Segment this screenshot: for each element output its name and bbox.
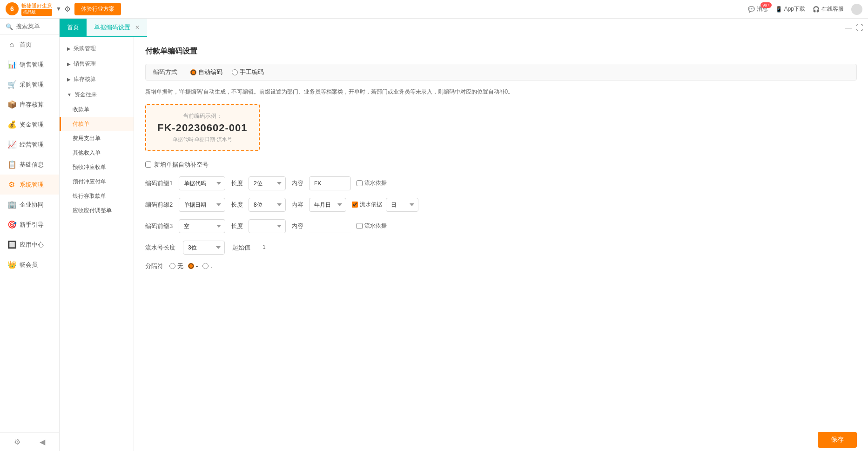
- app-download-button[interactable]: 📱 App下载: [775, 5, 805, 13]
- capital-arrow-icon: ▼: [67, 92, 72, 97]
- sidebar-item-purchase[interactable]: 🛒 采购管理: [0, 74, 59, 94]
- prefix3-label: 编码前缀3: [145, 222, 173, 230]
- operations-icon: 📈: [7, 140, 16, 149]
- sidebar-item-label: 经营管理: [20, 141, 44, 149]
- sidebar-item-finance[interactable]: 💰 资金管理: [0, 114, 59, 135]
- serial-length-select[interactable]: 3位 4位 5位 6位: [183, 241, 225, 255]
- sidebar-item-label: 新手引导: [20, 221, 44, 229]
- sidebar-item-label: 企业协同: [20, 201, 44, 209]
- sep-dash-option[interactable]: -: [188, 263, 198, 269]
- sep-dash-radio[interactable]: [188, 263, 194, 269]
- sidebar-item-label: 采购管理: [20, 81, 44, 89]
- sub-header-sales[interactable]: ▶ 销售管理: [60, 56, 134, 72]
- prefix3-length-select[interactable]: [249, 219, 286, 233]
- search-menu[interactable]: 🔍 搜索菜单: [0, 19, 59, 35]
- sep-none-label: 无: [177, 262, 183, 270]
- prefix-row-1: 编码前缀1 单据代码 单据日期 部门 业务员 空 长度 2位 4位 6位: [145, 176, 857, 190]
- user-avatar[interactable]: [851, 4, 862, 15]
- sep-dot-radio[interactable]: [202, 263, 209, 269]
- auto-code-radio-input[interactable]: [190, 69, 196, 75]
- prefix1-flow-check[interactable]: [357, 180, 363, 186]
- search-icon: 🔍: [6, 23, 13, 30]
- manual-code-radio-input[interactable]: [232, 69, 238, 75]
- sub-item-adjustment[interactable]: 应收应付调整单: [60, 203, 134, 218]
- prefix3-flow-label: 流水依据: [364, 222, 387, 230]
- tab-document-code[interactable]: 单据编码设置 ✕: [87, 19, 147, 37]
- sidebar-item-basic[interactable]: 📋 基础信息: [0, 155, 59, 175]
- header-left: 6 畅捷通好生意 插品版 ▼ ⚙ 体验行业方案: [6, 2, 121, 16]
- page-title: 付款单编码设置: [145, 47, 857, 56]
- prefix3-content-input[interactable]: [309, 219, 351, 233]
- sep-dot-option[interactable]: .: [202, 263, 212, 269]
- prefix3-flow-check[interactable]: [357, 223, 363, 229]
- sales-arrow-icon: ▶: [67, 61, 71, 67]
- sidebar-item-label: 首页: [20, 40, 32, 49]
- basic-icon: 📋: [7, 160, 16, 169]
- footer-collapse-icon[interactable]: ◀: [40, 438, 45, 446]
- sidebar-item-guide[interactable]: 🎯 新手引导: [0, 215, 59, 235]
- sub-item-other-income[interactable]: 其他收入单: [60, 146, 134, 160]
- auto-fill-checkbox[interactable]: [145, 162, 151, 168]
- prefix3-select[interactable]: 单据代码 单据日期 部门 业务员 空: [179, 219, 225, 233]
- sep-none-radio[interactable]: [169, 263, 175, 269]
- prefix2-flow-check[interactable]: [352, 202, 358, 208]
- sidebar-item-inventory[interactable]: 📦 库存核算: [0, 94, 59, 114]
- sub-section-purchase: ▶ 采购管理: [60, 41, 134, 56]
- tab-close-icon[interactable]: ✕: [135, 24, 140, 31]
- tab-minimize-icon[interactable]: —: [845, 24, 852, 32]
- sidebar-item-member[interactable]: 👑 畅会员: [0, 255, 59, 275]
- prefix1-select[interactable]: 单据代码 单据日期 部门 业务员 空: [179, 176, 225, 190]
- sidebar-item-label: 应用中心: [20, 241, 44, 249]
- sub-item-payment[interactable]: 付款单: [60, 117, 134, 131]
- prefix2-length-select[interactable]: 8位 6位 4位 2位: [249, 198, 286, 212]
- header-nav: ▼ ⚙: [56, 5, 71, 13]
- sub-header-inventory[interactable]: ▶ 库存核算: [60, 72, 134, 87]
- sub-item-bank[interactable]: 银行存取款单: [60, 189, 134, 203]
- auto-fill-label[interactable]: 新增单据自动补空号: [154, 161, 209, 169]
- prefix1-length-select[interactable]: 2位 4位 6位 8位: [249, 176, 286, 190]
- prefix2-flow-select[interactable]: 日 月 年: [386, 198, 418, 212]
- messages-button[interactable]: 💬 消息 99+: [748, 5, 768, 13]
- sidebar-item-label: 系统管理: [20, 181, 44, 189]
- footer-bar: 保存: [134, 428, 868, 451]
- sub-item-receipt[interactable]: 收款单: [60, 102, 134, 117]
- sidebar-item-label: 资金管理: [20, 121, 44, 129]
- sales-icon: 📊: [7, 60, 16, 69]
- sub-item-advance-pay[interactable]: 预付冲应付单: [60, 175, 134, 189]
- prefix2-select[interactable]: 单据代码 单据日期 部门 业务员 空: [179, 198, 225, 212]
- auto-code-radio[interactable]: 自动编码: [190, 68, 222, 76]
- nav-dropdown[interactable]: ▼: [56, 6, 61, 12]
- manual-code-radio[interactable]: 手工编码: [232, 68, 264, 76]
- settings-gear-icon[interactable]: ⚙: [64, 5, 71, 13]
- prefix2-label: 编码前缀2: [145, 201, 173, 209]
- prefix2-length-label: 长度: [231, 201, 243, 209]
- auto-fill-checkbox-row: 新增单据自动补空号: [145, 161, 857, 169]
- sub-item-expense[interactable]: 费用支出单: [60, 131, 134, 146]
- sidebar-item-home[interactable]: ⌂ 首页: [0, 35, 59, 54]
- sub-header-capital[interactable]: ▼ 资金往来: [60, 87, 134, 102]
- sub-header-purchase[interactable]: ▶ 采购管理: [60, 41, 134, 56]
- tab-maximize-icon[interactable]: ⛶: [856, 24, 863, 32]
- sidebar-item-sales[interactable]: 📊 销售管理: [0, 54, 59, 74]
- prefix1-content-input[interactable]: [309, 176, 351, 190]
- sidebar-item-system[interactable]: ⚙ 系统管理: [0, 175, 59, 195]
- sep-none-option[interactable]: 无: [169, 262, 183, 270]
- start-value-input[interactable]: [258, 242, 295, 253]
- sidebar-item-enterprise[interactable]: 🏢 企业协同: [0, 195, 59, 215]
- online-service-button[interactable]: 🎧 在线客服: [813, 5, 844, 13]
- prefix2-content-select[interactable]: 年月日 年月 年 月日: [309, 198, 346, 212]
- prefix2-content-label: 内容: [291, 201, 303, 209]
- tab-home[interactable]: 首页: [60, 19, 87, 37]
- sidebar: 🔍 搜索菜单 ⌂ 首页 📊 销售管理 🛒 采购管理 📦 库存核算 💰 资金管理 …: [0, 19, 60, 451]
- serial-length-label: 流水号长度: [145, 243, 175, 252]
- service-icon: 🎧: [813, 6, 820, 13]
- trial-button[interactable]: 体验行业方案: [74, 3, 121, 15]
- sidebar-item-apps[interactable]: 🔲 应用中心: [0, 235, 59, 255]
- manual-code-label: 手工编码: [240, 68, 264, 76]
- sub-item-advance-receive[interactable]: 预收冲应收单: [60, 160, 134, 175]
- prefix3-length-label: 长度: [231, 222, 243, 230]
- sidebar-item-operations[interactable]: 📈 经营管理: [0, 135, 59, 155]
- footer-settings-icon[interactable]: ⚙: [14, 438, 20, 446]
- save-button[interactable]: 保存: [818, 432, 857, 448]
- sidebar-item-label: 畅会员: [20, 261, 38, 269]
